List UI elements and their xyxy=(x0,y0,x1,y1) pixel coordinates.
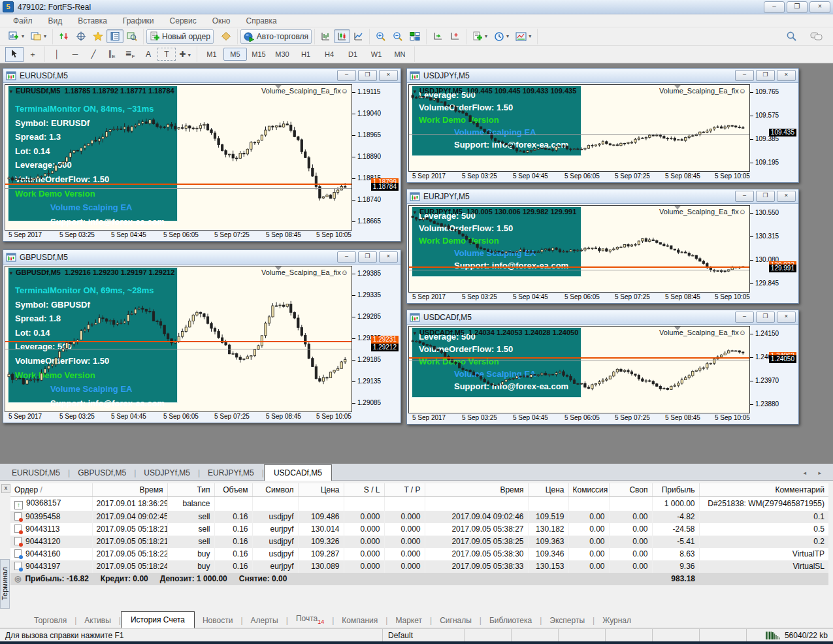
line-chart-button[interactable] xyxy=(350,29,367,43)
equidistant-channel-tool[interactable]: ∥E xyxy=(103,47,121,61)
strategy-tester-button[interactable] xyxy=(123,29,140,43)
timeframe-h1[interactable]: H1 xyxy=(294,48,318,61)
table-row[interactable]: ↑903681572017.09.01 18:36:29balance1 000… xyxy=(10,497,828,511)
chevron-down-icon[interactable]: ▼ xyxy=(412,89,417,95)
table-row[interactable]: 904431602017.09.05 05:18:22buy0.16usdjpy… xyxy=(10,548,828,560)
column-header[interactable]: Комиссия xyxy=(568,483,609,497)
chart-minimize-button[interactable]: – xyxy=(735,312,754,323)
price-axis[interactable]: 130.550130.315130.080129.845130.022129.9… xyxy=(750,205,797,291)
table-row[interactable]: 904431132017.09.05 05:18:21sell0.16eurjp… xyxy=(10,523,828,536)
bar-chart-button[interactable] xyxy=(318,29,334,43)
minimize-button[interactable]: – xyxy=(764,1,785,13)
zoom-out-button[interactable] xyxy=(389,29,406,44)
column-header[interactable]: S / L xyxy=(344,483,384,497)
price-axis[interactable]: 1.241501.240601.239701.238801.240621.240… xyxy=(750,326,797,412)
menu-item-1[interactable]: Вид xyxy=(41,15,71,27)
new-order-button[interactable]: Новый ордер xyxy=(146,29,214,44)
text-label-tool[interactable]: T xyxy=(157,48,176,61)
column-header[interactable]: Прибыль xyxy=(652,483,699,497)
chart-restore-button[interactable]: ❐ xyxy=(756,191,775,202)
chart-plot-area[interactable]: Leverage: 500VolumeOrderFlow: 1.50Work D… xyxy=(408,326,750,413)
periods-button[interactable]: ▾ xyxy=(491,29,512,44)
terminal-tab-10[interactable]: Библиотека xyxy=(482,613,540,628)
chevron-down-icon[interactable]: ▼ xyxy=(8,89,14,95)
profiles-button[interactable]: ▾ xyxy=(27,29,50,43)
menu-item-4[interactable]: Сервис xyxy=(162,15,204,27)
chart-tab-usdcadf-m5[interactable]: USDCADf,M5 xyxy=(264,464,332,481)
time-axis[interactable]: 5 Sep 20175 Sep 03:255 Sep 04:455 Sep 06… xyxy=(5,231,351,240)
terminal-tab-11[interactable]: Эксперты xyxy=(542,613,593,628)
chevron-down-icon[interactable]: ▼ xyxy=(412,210,417,216)
chart-minimize-button[interactable]: – xyxy=(735,191,754,202)
chart-close-button[interactable]: × xyxy=(379,70,398,81)
price-axis[interactable]: 109.765109.575109.385109.195109.435 xyxy=(750,84,797,170)
timeframe-mn[interactable]: MN xyxy=(388,48,412,61)
chevron-down-icon[interactable]: ▼ xyxy=(8,270,14,276)
chart-restore-button[interactable]: ❐ xyxy=(756,312,775,323)
zoom-in-button[interactable] xyxy=(372,29,389,44)
search-icon[interactable] xyxy=(783,29,800,44)
chart-plot-area[interactable]: TerminalMonitor ON, 84ms, ~31msSymbol: E… xyxy=(5,84,352,231)
fibonacci-tool[interactable]: ≣F xyxy=(121,47,139,61)
chart-tab-usdjpyf-m5[interactable]: USDJPYf,M5 xyxy=(136,466,198,480)
column-header[interactable]: Символ xyxy=(252,483,298,497)
terminal-tab-2[interactable]: Активы xyxy=(76,613,119,628)
terminal-tab-9[interactable]: Сигналы xyxy=(432,613,480,628)
time-axis[interactable]: 5 Sep 20175 Sep 03:255 Sep 04:455 Sep 06… xyxy=(408,293,749,302)
column-header[interactable]: Комментарий xyxy=(699,483,828,497)
time-axis[interactable]: 5 Sep 20175 Sep 03:255 Sep 04:455 Sep 06… xyxy=(408,172,749,182)
column-header[interactable]: Цена xyxy=(298,483,344,497)
timeframe-d1[interactable]: D1 xyxy=(341,48,365,61)
chart-tab-gbpusdf-m5[interactable]: GBPUSDf,M5 xyxy=(70,466,134,480)
chart-close-button[interactable]: × xyxy=(379,251,398,263)
auto-scroll-button[interactable] xyxy=(429,29,446,43)
terminal-tab-12[interactable]: Журнал xyxy=(595,613,639,628)
chart-close-button[interactable]: × xyxy=(777,70,796,81)
price-axis[interactable]: 1.293851.293351.292851.292351.291851.291… xyxy=(352,266,399,411)
terminal-tab-7[interactable]: Компания xyxy=(334,613,385,628)
chart-tab-eurjpyf-m5[interactable]: EURJPYf,M5 xyxy=(200,466,262,480)
column-header[interactable]: Объем xyxy=(214,483,252,497)
chart-restore-button[interactable]: ❐ xyxy=(358,70,377,81)
candlestick-chart-button[interactable] xyxy=(334,29,350,43)
terminal-tab-4[interactable]: Новости xyxy=(195,613,240,628)
terminal-tab-6[interactable]: Почта14 xyxy=(288,611,332,628)
terminal-tab-8[interactable]: Маркет xyxy=(387,613,430,628)
chat-icon[interactable] xyxy=(807,29,826,44)
column-header[interactable]: Время xyxy=(92,483,167,497)
column-header[interactable]: Тип xyxy=(167,483,214,497)
menu-item-6[interactable]: Справка xyxy=(238,15,285,27)
timeframe-m30[interactable]: M30 xyxy=(270,48,294,61)
chart-plot-area[interactable]: Leverage: 500VolumeOrderFlow: 1.50Work D… xyxy=(408,205,750,293)
terminal-tab-1[interactable]: Торговля xyxy=(26,613,74,628)
restore-button[interactable]: ❐ xyxy=(787,1,808,13)
chart-shift-button[interactable] xyxy=(446,29,463,43)
text-tool[interactable]: A xyxy=(139,48,157,61)
chart-tab-eurusdf-m5[interactable]: EURUSDf,M5 xyxy=(4,466,68,480)
terminal-button[interactable] xyxy=(106,29,123,43)
chart-restore-button[interactable]: ❐ xyxy=(756,70,775,81)
terminal-side-tab[interactable]: Терминал xyxy=(0,559,10,609)
timeframe-w1[interactable]: W1 xyxy=(365,48,388,61)
tile-windows-button[interactable] xyxy=(406,29,423,43)
horizontal-line-tool[interactable]: ─ xyxy=(66,48,84,61)
table-row[interactable]: 904431202017.09.05 05:18:21sell0.16usdjp… xyxy=(10,536,828,548)
menu-item-2[interactable]: Вставка xyxy=(70,15,115,27)
terminal-tab-3[interactable]: История Счета xyxy=(121,611,195,628)
cursor-tool[interactable] xyxy=(5,47,24,62)
menu-item-3[interactable]: Графики xyxy=(115,15,162,27)
chart-restore-button[interactable]: ❐ xyxy=(358,251,377,263)
column-header[interactable]: T / P xyxy=(384,483,425,497)
chart-minimize-button[interactable]: – xyxy=(735,70,754,81)
tab-scroll-arrows[interactable]: ◂ ▸ xyxy=(803,470,833,480)
price-axis[interactable]: 1.191151.190401.189651.188901.188151.187… xyxy=(352,84,399,229)
terminal-close-icon[interactable]: x xyxy=(1,484,10,493)
data-window-button[interactable] xyxy=(73,29,90,43)
templates-button[interactable]: ▾ xyxy=(512,30,534,43)
chart-minimize-button[interactable]: – xyxy=(337,251,356,263)
autotrade-button[interactable]: Авто-торговля xyxy=(240,29,312,44)
table-row[interactable]: 903954582017.09.04 09:02:45sell0.16usdjp… xyxy=(10,511,828,523)
close-button[interactable]: × xyxy=(809,1,830,13)
time-axis[interactable]: 5 Sep 20175 Sep 03:255 Sep 04:455 Sep 06… xyxy=(5,412,351,422)
menu-item-0[interactable]: Файл xyxy=(5,15,41,27)
